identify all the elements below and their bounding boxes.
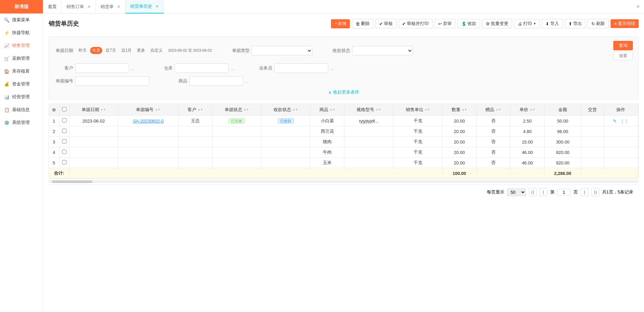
customer-input[interactable] xyxy=(75,63,129,73)
row-checkbox[interactable] xyxy=(62,139,66,144)
sort-spec[interactable]: 规格型号▲▼ xyxy=(357,107,381,113)
tab-sales-history[interactable]: 销货单历史 ✕ xyxy=(125,0,164,14)
sort-paystatus[interactable]: 收款状态▲▼ xyxy=(274,107,298,113)
abandon-button[interactable]: ↩ 弃审 xyxy=(435,19,455,28)
sidebar-item-inventory[interactable]: 🏠 库存核算 xyxy=(0,65,43,78)
prev-page-btn[interactable]: ⟨ xyxy=(539,188,548,196)
shortcut-yesterday[interactable]: 昨天 xyxy=(77,47,89,54)
salesperson-input[interactable] xyxy=(274,63,328,73)
sidebar-item-purchase[interactable]: 🛒 采购管理 xyxy=(0,52,43,65)
shortcut-custom[interactable]: 自定义 xyxy=(148,47,165,54)
shortcut-today[interactable]: 今天 xyxy=(90,47,102,54)
docno-input[interactable] xyxy=(75,76,149,86)
query-button[interactable]: 查询 xyxy=(613,41,633,50)
sidebar-item-quicknav[interactable]: ⚡ 快捷导航 xyxy=(0,26,43,39)
doc-type-select[interactable] xyxy=(252,46,312,55)
sidebar-item-finance[interactable]: 💰 资金管理 xyxy=(0,78,43,90)
audit-button[interactable]: ✔ 审核 xyxy=(375,19,396,28)
sort-qty[interactable]: 数量▲▼ xyxy=(452,107,467,113)
goods-input[interactable] xyxy=(189,76,243,86)
row-checkbox[interactable] xyxy=(62,160,66,164)
row-checkbox[interactable] xyxy=(62,129,66,133)
refresh-button[interactable]: ↻ 刷新 xyxy=(588,19,609,28)
page-number-input[interactable] xyxy=(557,189,571,196)
sidebar-item-operation[interactable]: 📊 经营管理 xyxy=(0,90,43,103)
warehouse-input[interactable] xyxy=(175,63,229,73)
sort-docstatus[interactable]: 单据状态▲▼ xyxy=(225,107,249,113)
docno-link[interactable]: SA-20230602-0 xyxy=(133,119,164,124)
shortcut-more[interactable]: 更多 xyxy=(135,47,147,54)
goods-dots[interactable]: ... xyxy=(245,79,249,84)
select-all-checkbox[interactable] xyxy=(62,107,66,111)
cell-checkbox[interactable] xyxy=(59,126,69,137)
tab-sales-goods-close[interactable]: ✕ xyxy=(117,4,120,9)
sort-gift[interactable]: 赠品▲▼ xyxy=(485,107,501,113)
sort-unit[interactable]: 销售单位▲▼ xyxy=(406,107,430,113)
sort-date[interactable]: 单据日期▲▼ xyxy=(82,107,106,113)
action-edit-icon[interactable]: ✎ xyxy=(613,119,617,124)
horizontal-scrollbar[interactable] xyxy=(49,180,639,183)
import-button[interactable]: ⬇ 导入 xyxy=(542,19,563,28)
col-docstatus[interactable]: 单据状态▲▼ xyxy=(212,104,261,116)
cell-docno[interactable]: SA-20230602-0 xyxy=(118,116,178,126)
action-more-icon[interactable]: ⋮⋮ xyxy=(620,119,629,124)
col-qty[interactable]: 数量▲▼ xyxy=(442,104,476,116)
tab-sales-goods[interactable]: 销货单 ✕ xyxy=(96,0,125,14)
cell-checkbox[interactable] xyxy=(59,158,69,168)
first-page-btn[interactable]: ⟨⟨ xyxy=(529,188,537,196)
audit-print-button[interactable]: ✔ 审核并打印 xyxy=(398,19,432,28)
col-docno[interactable]: 单据编号▲▼ xyxy=(118,104,178,116)
col-settings[interactable]: ⚙ xyxy=(49,104,59,116)
payment-status-select[interactable] xyxy=(352,46,413,55)
export-button[interactable]: ⬆ 导出 xyxy=(565,19,586,28)
cell-checkbox[interactable] xyxy=(59,116,69,126)
tab-sales-order-close[interactable]: ✕ xyxy=(87,4,91,9)
row-checkbox[interactable] xyxy=(62,118,66,123)
scroll-thumb[interactable] xyxy=(52,180,92,183)
collect-button[interactable]: 💲 收款 xyxy=(457,19,480,28)
customer-dots[interactable]: ... xyxy=(131,66,135,71)
sort-customer[interactable]: 客户▲▼ xyxy=(188,107,203,113)
sidebar-item-sales[interactable]: 📈 销售管理 xyxy=(0,39,43,52)
warehouse-dots[interactable]: ... xyxy=(231,66,234,71)
next-page-btn[interactable]: ⟩ xyxy=(581,188,589,196)
shortcut-7days[interactable]: 近7天 xyxy=(104,47,118,54)
sort-unitprice[interactable]: 单价▲▼ xyxy=(520,107,535,113)
print-button[interactable]: 🖨 打印 ▼ xyxy=(514,19,540,28)
col-customer[interactable]: 客户▲▼ xyxy=(178,104,213,116)
new-button[interactable]: + 新增 xyxy=(331,19,350,28)
settings-icon[interactable]: ⚙ xyxy=(52,107,56,112)
sidebar-item-search[interactable]: 🔍 搜索菜单 xyxy=(0,14,43,26)
sort-goods[interactable]: 商品▲▼ xyxy=(319,107,335,113)
sidebar-item-basic[interactable]: 📋 基础信息 xyxy=(0,103,43,116)
cell-delivery xyxy=(581,147,604,158)
cell-amount: 920.00 xyxy=(544,158,581,168)
col-paystatus[interactable]: 收款状态▲▼ xyxy=(261,104,310,116)
shortcut-1month[interactable]: 近1月 xyxy=(119,47,134,54)
delete-button[interactable]: 🗑 删除 xyxy=(352,19,373,28)
per-page-select[interactable]: 50 100 200 xyxy=(507,188,526,196)
setting-button[interactable]: 设置 xyxy=(613,52,633,60)
col-spec[interactable]: 规格型号▲▼ xyxy=(344,104,393,116)
col-unitprice[interactable]: 单价▲▼ xyxy=(510,104,544,116)
sidebar-item-system[interactable]: ⚙️ 系统管理 xyxy=(0,116,43,129)
sort-docno[interactable]: 单据编号▲▼ xyxy=(136,107,160,113)
col-unit[interactable]: 销售单位▲▼ xyxy=(393,104,442,116)
tab-sales-order[interactable]: 销售订单 ✕ xyxy=(62,0,96,14)
cell-checkbox[interactable] xyxy=(59,147,69,158)
cell-checkbox[interactable] xyxy=(59,137,69,147)
import-icon: ⬇ xyxy=(545,21,549,26)
cell-action xyxy=(604,126,638,137)
salesperson-dots[interactable]: ... xyxy=(330,66,334,71)
col-goods[interactable]: 商品▲▼ xyxy=(310,104,344,116)
tabs-close-all[interactable]: ✕ xyxy=(632,4,644,9)
collapse-button[interactable]: ∧ 收起更多条件 xyxy=(54,89,633,95)
col-date[interactable]: 单据日期▲▼ xyxy=(69,104,118,116)
batch-change-button[interactable]: ⚙ 批量变更 xyxy=(482,19,512,28)
display-button[interactable]: ≡ 显示明细 xyxy=(611,19,639,28)
tab-sales-history-close[interactable]: ✕ xyxy=(156,4,159,9)
row-checkbox[interactable] xyxy=(62,150,66,154)
col-gift[interactable]: 赠品▲▼ xyxy=(476,104,510,116)
last-page-btn[interactable]: ⟩⟩ xyxy=(591,188,599,196)
tab-home[interactable]: 首页 xyxy=(43,0,62,14)
